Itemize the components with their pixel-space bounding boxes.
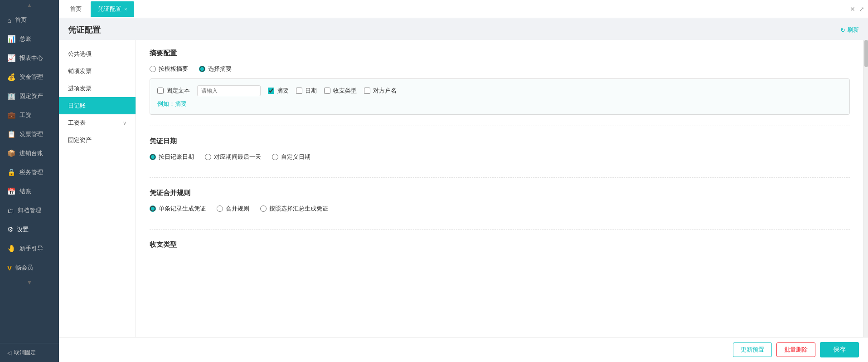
sidebar-scroll-down[interactable]: ▼ <box>0 277 59 288</box>
radio-template-label[interactable]: 按模板摘要 <box>150 65 188 73</box>
close-window-icon[interactable]: ✕ <box>850 5 855 13</box>
checkbox-counterpart-label[interactable]: 对方户名 <box>364 87 397 95</box>
report-icon: 📈 <box>7 54 16 62</box>
guide-icon: 🤚 <box>7 245 16 253</box>
nav-item-journal[interactable]: 日记账 <box>59 97 136 114</box>
radio-select-input[interactable] <box>199 66 205 72</box>
nav-item-fixed-assets[interactable]: 固定资产 <box>59 132 136 149</box>
radio-by-journal-date[interactable]: 按日记账日期 <box>150 153 194 161</box>
nav-item-public[interactable]: 公共选项 <box>59 45 136 63</box>
sidebar-item-close[interactable]: 📅 结账 <box>0 182 59 201</box>
radio-custom-date-input[interactable] <box>272 154 278 160</box>
merge-rules-section: 凭证合并规则 单条记录生成凭证 合并规则 按照选择汇总生成凭证 <box>150 189 850 230</box>
sidebar-item-ledger[interactable]: 📊 总账 <box>0 29 59 49</box>
sidebar-item-label: 资金管理 <box>19 73 43 81</box>
tab-bar-right: ✕ ⤢ <box>850 5 864 13</box>
cancel-fixed-button[interactable]: ◁ 取消固定 <box>0 343 59 362</box>
batch-delete-button[interactable]: 批量删除 <box>776 342 815 357</box>
scroll-thumb[interactable] <box>864 40 868 67</box>
sidebar-item-report[interactable]: 📈 报表中心 <box>0 49 59 68</box>
abstract-config-section: 摘要配置 按模板摘要 选择摘要 <box>150 49 850 126</box>
sidebar-item-member[interactable]: V 畅会员 <box>0 258 59 277</box>
invoice-icon: 📋 <box>7 130 16 138</box>
archive-icon: 🗂 <box>7 207 14 215</box>
radio-summary-generate-input[interactable] <box>260 205 267 212</box>
radio-select-label[interactable]: 选择摘要 <box>199 65 232 73</box>
checkbox-income-type-input[interactable] <box>324 88 330 94</box>
tab-bar: 首页 凭证配置 × ✕ ⤢ <box>59 0 868 18</box>
checkbox-fixed-text-label[interactable]: 固定文本 <box>157 87 190 95</box>
income-type-title: 收支类型 <box>150 240 850 249</box>
refresh-label: 刷新 <box>847 26 859 34</box>
sidebar-item-label: 固定资产 <box>19 92 43 100</box>
tab-home-label: 首页 <box>70 5 82 13</box>
sidebar-item-guide[interactable]: 🤚 新手引导 <box>0 239 59 258</box>
merge-rules-title: 凭证合并规则 <box>150 189 850 197</box>
sidebar-item-payroll[interactable]: 💼 工资 <box>0 106 59 125</box>
checkbox-fixed-text-text: 固定文本 <box>166 87 190 95</box>
checkbox-abstract-input[interactable] <box>268 88 274 94</box>
nav-item-payroll-table[interactable]: 工资表 ∨ <box>59 114 136 132</box>
checkbox-abstract-label[interactable]: 摘要 <box>268 87 289 95</box>
sidebar-scroll-up[interactable]: ▲ <box>0 0 59 10</box>
settings-icon: ⚙ <box>7 225 13 234</box>
close-book-icon: 📅 <box>7 187 16 196</box>
sidebar-item-label: 总账 <box>19 35 31 43</box>
radio-by-journal-date-input[interactable] <box>150 154 156 160</box>
refresh-icon: ↻ <box>840 27 845 34</box>
member-icon: V <box>7 264 12 272</box>
radio-summary-generate[interactable]: 按照选择汇总生成凭证 <box>260 205 328 213</box>
sidebar-item-settings[interactable]: ⚙ 设置 <box>0 220 59 239</box>
sidebar-item-label: 工资 <box>19 111 31 119</box>
sidebar-item-archive[interactable]: 🗂 归档管理 <box>0 201 59 220</box>
checkbox-income-type-text: 收支类型 <box>333 87 357 95</box>
tab-voucher-config[interactable]: 凭证配置 × <box>91 1 134 17</box>
sidebar-item-label: 进销台账 <box>19 149 43 157</box>
income-type-section: 收支类型 <box>150 240 850 267</box>
radio-last-day-input[interactable] <box>205 154 211 160</box>
checkbox-date-label[interactable]: 日期 <box>296 87 317 95</box>
bottom-bar: 更新预置 批量删除 保存 <box>59 337 868 362</box>
fixed-text-input[interactable] <box>197 85 261 96</box>
home-icon: ⌂ <box>7 16 11 24</box>
tab-home[interactable]: 首页 <box>63 1 89 17</box>
resize-window-icon[interactable]: ⤢ <box>859 5 864 13</box>
nav-item-sales-invoice[interactable]: 销项发票 <box>59 63 136 80</box>
save-button[interactable]: 保存 <box>820 342 859 357</box>
sidebar-item-assets[interactable]: 🏢 固定资产 <box>0 87 59 106</box>
radio-template-input[interactable] <box>150 66 156 72</box>
sidebar-item-home[interactable]: ⌂ 首页 <box>0 10 59 29</box>
nav-item-purchase-invoice[interactable]: 进项发票 <box>59 80 136 97</box>
radio-single-record-input[interactable] <box>150 205 156 212</box>
update-preview-button[interactable]: 更新预置 <box>733 342 772 357</box>
radio-last-day[interactable]: 对应期间最后一天 <box>205 153 261 161</box>
sidebar-item-label: 税务管理 <box>19 168 43 176</box>
radio-single-record[interactable]: 单条记录生成凭证 <box>150 205 206 213</box>
radio-custom-date-text: 自定义日期 <box>281 153 310 161</box>
voucher-date-options: 按日记账日期 对应期间最后一天 自定义日期 <box>150 153 850 161</box>
abstract-config-title: 摘要配置 <box>150 49 850 58</box>
assets-icon: 🏢 <box>7 92 16 100</box>
checkbox-fixed-text-input[interactable] <box>157 88 164 94</box>
checkbox-income-type-label[interactable]: 收支类型 <box>324 87 357 95</box>
right-content: 摘要配置 按模板摘要 选择摘要 <box>136 40 863 337</box>
checkbox-counterpart-input[interactable] <box>364 88 370 94</box>
right-scrollbar[interactable] <box>863 40 868 337</box>
radio-custom-date[interactable]: 自定义日期 <box>272 153 310 161</box>
sidebar-item-label: 发票管理 <box>19 130 43 138</box>
checkbox-date-input[interactable] <box>296 88 302 94</box>
tab-close-icon[interactable]: × <box>124 6 127 12</box>
tab-active-label: 凭证配置 <box>98 5 121 13</box>
sidebar-item-funds[interactable]: 💰 资金管理 <box>0 68 59 87</box>
radio-merge-rule[interactable]: 合并规则 <box>217 205 249 213</box>
sidebar-item-invoice[interactable]: 📋 发票管理 <box>0 125 59 144</box>
radio-merge-rule-input[interactable] <box>217 205 223 212</box>
sidebar-item-tax[interactable]: 🔒 税务管理 <box>0 163 59 182</box>
sidebar-item-sales[interactable]: 📦 进销台账 <box>0 144 59 163</box>
page-header: 凭证配置 ↻ 刷新 <box>59 18 868 40</box>
sidebar-item-label: 归档管理 <box>18 206 41 215</box>
page-title: 凭证配置 <box>68 24 101 35</box>
payroll-icon: 💼 <box>7 111 16 119</box>
content-area: 公共选项 销项发票 进项发票 日记账 工资表 ∨ 固定资产 摘要配置 <box>59 40 868 337</box>
refresh-button[interactable]: ↻ 刷新 <box>840 26 859 34</box>
